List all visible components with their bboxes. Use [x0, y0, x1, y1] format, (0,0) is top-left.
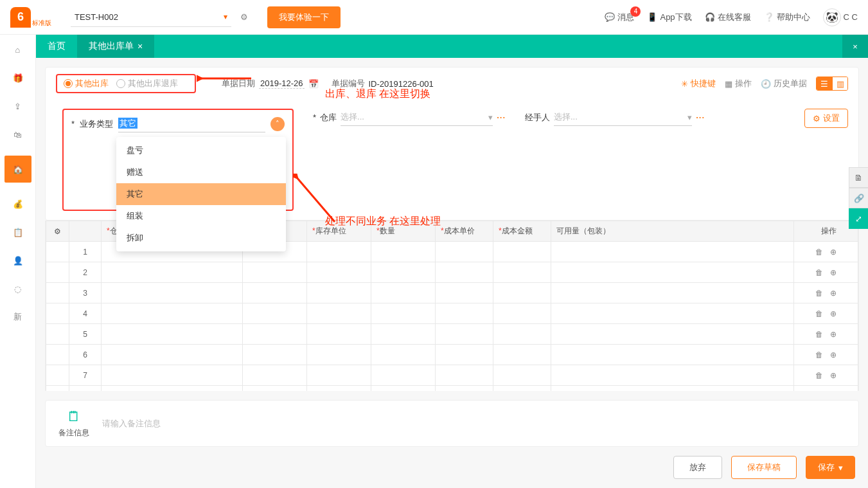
table-row[interactable]: 4🗑⊕: [46, 303, 858, 324]
biz-option-zengsong[interactable]: 赠送: [116, 161, 286, 183]
history-icon: 🕘: [761, 79, 771, 89]
memo-icon: 🗒: [67, 408, 81, 425]
row-add-icon[interactable]: ⊕: [828, 267, 839, 278]
handler-select[interactable]: 选择... ▾: [554, 109, 692, 126]
shortcut-label: 快捷键: [691, 78, 716, 89]
gear-icon: ⚙: [54, 227, 61, 236]
history-link[interactable]: 🕘 历史单据: [761, 78, 807, 89]
table-row[interactable]: 8🗑⊕: [46, 386, 858, 392]
radio-outbound[interactable]: 其他出库: [64, 78, 109, 89]
col-qty: *数量: [371, 221, 436, 242]
chevron-up-icon[interactable]: ˄: [270, 117, 285, 131]
message-icon: 💬: [605, 12, 615, 22]
action-bar: 放弃 保存草稿 保存 ▾: [36, 447, 868, 488]
handler-more-icon[interactable]: ···: [696, 113, 705, 122]
row-add-icon[interactable]: ⊕: [828, 370, 839, 381]
table-row[interactable]: 2🗑⊕: [46, 262, 858, 283]
nav-contact-icon[interactable]: 👤: [11, 253, 25, 267]
messages-link[interactable]: 💬 消息 4: [605, 12, 634, 23]
rail-expand-icon[interactable]: ⤢: [849, 208, 868, 229]
document-toolbar: 其他出库 其他出库退库 单据日期 2019-12-26 📅 单据编号 ID-20…: [45, 67, 859, 221]
biz-option-pankui[interactable]: 盘亏: [116, 140, 286, 161]
grid-icon: ▦: [725, 79, 732, 89]
row-delete-icon[interactable]: 🗑: [813, 349, 825, 361]
settings-button[interactable]: ⚙ 设置: [804, 109, 848, 128]
row-add-icon[interactable]: ⊕: [828, 349, 839, 361]
nav-bag-icon[interactable]: 🛍: [11, 127, 25, 141]
nav-money-icon[interactable]: 💰: [11, 197, 25, 211]
try-button[interactable]: 我要体验一下: [267, 6, 341, 28]
row-add-icon[interactable]: ⊕: [828, 287, 839, 299]
doc-date-value[interactable]: 2019-12-26: [259, 78, 305, 89]
biz-option-chaixie[interactable]: 拆卸: [116, 227, 286, 249]
business-type-input[interactable]: 其它: [118, 115, 265, 132]
nav-gift-icon[interactable]: 🎁: [11, 71, 25, 85]
row-delete-icon[interactable]: 🗑: [813, 246, 825, 258]
view-list-icon[interactable]: ☰: [817, 77, 832, 90]
warehouse-label: 仓库: [320, 112, 337, 123]
business-type-value: 其它: [118, 118, 137, 129]
top-header: 6 标准版 TEST-H002 ▾ ⚙ 我要体验一下 💬 消息 4 📱 App下…: [0, 0, 868, 35]
nav-upload-icon[interactable]: ⇪: [11, 99, 25, 113]
memo-input[interactable]: [102, 419, 846, 428]
online-cs-link[interactable]: 🎧 在线客服: [705, 12, 751, 23]
calendar-icon[interactable]: 📅: [308, 79, 319, 89]
tab-home[interactable]: 首页: [36, 35, 77, 58]
table-row[interactable]: 5🗑⊕: [46, 324, 858, 345]
operate-link[interactable]: ▦ 操作: [725, 78, 752, 89]
warehouse-more-icon[interactable]: ···: [497, 113, 506, 122]
store-selector[interactable]: TEST-H002 ▾: [71, 8, 231, 27]
row-add-icon[interactable]: ⊕: [828, 390, 839, 392]
view-card-icon[interactable]: ▥: [832, 77, 847, 90]
row-delete-icon[interactable]: 🗑: [813, 390, 825, 392]
user-menu[interactable]: 🐼 C C: [823, 8, 858, 26]
table-row[interactable]: 7🗑⊕: [46, 365, 858, 386]
main-content: 其他出库 其他出库退库 单据日期 2019-12-26 📅 单据编号 ID-20…: [36, 58, 868, 488]
app-download-link[interactable]: 📱 App下载: [647, 12, 691, 23]
biz-option-zuzhuang[interactable]: 组装: [116, 205, 286, 227]
shortcut-link[interactable]: ✳ 快捷键: [681, 78, 716, 89]
toolbar-right: ✳ 快捷键 ▦ 操作 🕘 历史单据 ☰ ▥: [681, 77, 848, 91]
radio-outbound-return[interactable]: 其他出库退库: [116, 78, 178, 89]
tab-close-icon[interactable]: ×: [137, 41, 143, 51]
row-delete-icon[interactable]: 🗑: [813, 267, 825, 278]
col-cost-amount: *成本金额: [493, 221, 551, 242]
col-stock-unit: *库存单位: [307, 221, 371, 242]
help-icon: ❔: [764, 12, 774, 22]
col-index: [69, 221, 102, 242]
biz-option-qita[interactable]: 其它: [116, 183, 286, 205]
col-avail-pack: 可用量（包装）: [551, 221, 794, 242]
row-delete-icon[interactable]: 🗑: [813, 287, 825, 299]
nav-ring-icon[interactable]: ◌: [11, 282, 25, 296]
nav-clipboard-icon[interactable]: 📋: [11, 225, 25, 239]
settings-label: 设置: [823, 113, 840, 124]
handler-field: 经手人 选择... ▾ ···: [525, 109, 705, 126]
rail-link-icon[interactable]: 🔗: [849, 188, 868, 208]
warehouse-select[interactable]: 选择... ▾: [341, 109, 493, 126]
tab-home-label: 首页: [48, 41, 66, 52]
save-draft-button[interactable]: 保存草稿: [731, 456, 797, 479]
save-button[interactable]: 保存 ▾: [806, 456, 855, 479]
doc-number-label: 单据编号: [332, 78, 365, 89]
table-row[interactable]: 6🗑⊕: [46, 345, 858, 365]
nav-new-icon[interactable]: 新: [11, 310, 25, 324]
row-add-icon[interactable]: ⊕: [828, 308, 839, 320]
row-delete-icon[interactable]: 🗑: [813, 329, 825, 340]
history-label: 历史单据: [774, 78, 807, 89]
help-center-link[interactable]: ❔ 帮助中心: [764, 12, 810, 23]
table-row[interactable]: 3🗑⊕: [46, 283, 858, 303]
row-delete-icon[interactable]: 🗑: [813, 308, 825, 320]
tab-other-outbound[interactable]: 其他出库单 ×: [77, 35, 154, 58]
handler-label: 经手人: [525, 112, 550, 123]
nav-warehouse-icon[interactable]: 🏠: [4, 156, 31, 183]
row-add-icon[interactable]: ⊕: [828, 246, 839, 258]
column-settings[interactable]: ⚙: [46, 221, 69, 242]
required-star-icon: *: [313, 113, 316, 122]
discard-button[interactable]: 放弃: [673, 456, 722, 479]
tab-close-all[interactable]: ×: [842, 35, 868, 58]
nav-home-icon[interactable]: ⌂: [11, 42, 25, 57]
row-delete-icon[interactable]: 🗑: [813, 370, 825, 381]
rail-note-icon[interactable]: 🗎: [849, 167, 868, 188]
gear-icon[interactable]: ⚙: [240, 12, 248, 22]
row-add-icon[interactable]: ⊕: [828, 329, 839, 340]
